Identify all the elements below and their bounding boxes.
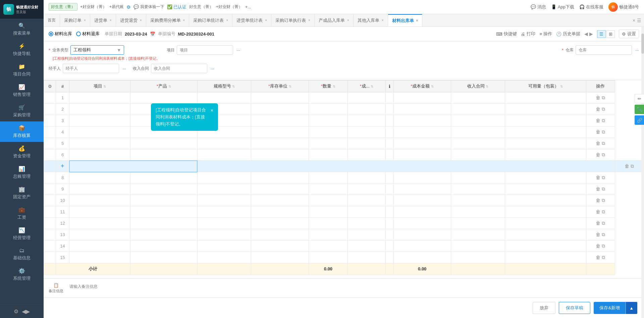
delete-row-4-btn[interactable]: 🗑 bbox=[596, 129, 600, 135]
row-qty-10[interactable] bbox=[309, 195, 348, 206]
row-item-9[interactable] bbox=[69, 183, 130, 195]
save-new-btn[interactable]: 保存&新增 bbox=[594, 302, 626, 314]
tab-close-goods-in-stat[interactable]: × bbox=[265, 18, 267, 22]
delete-row-10-btn[interactable]: 🗑 bbox=[596, 198, 600, 203]
row-available-1[interactable] bbox=[505, 92, 586, 104]
row-available-5[interactable] bbox=[505, 138, 586, 149]
row-available-4[interactable] bbox=[505, 126, 586, 138]
link-agent[interactable]: +易代账 bbox=[109, 4, 124, 10]
row-qty-3[interactable] bbox=[309, 115, 348, 126]
sidebar-item-shortcut[interactable]: ⚡ 快捷导航 bbox=[0, 40, 44, 60]
row-item-11[interactable] bbox=[69, 206, 130, 218]
row-cost-price-6[interactable] bbox=[348, 149, 385, 161]
operations-btn[interactable]: ≡ 操作 bbox=[539, 31, 552, 37]
row-cost-price-5[interactable] bbox=[348, 138, 385, 149]
copy-row-8-btn[interactable]: ⧉ bbox=[602, 175, 605, 180]
warehouse-more-btn[interactable]: ··· bbox=[635, 48, 639, 53]
row-unit-11[interactable] bbox=[251, 206, 309, 218]
row-product-11[interactable] bbox=[130, 206, 197, 218]
handler-more-btn[interactable]: ··· bbox=[122, 66, 126, 71]
row-item-8[interactable] bbox=[69, 172, 130, 183]
delete-row-7-btn[interactable]: 🗑 bbox=[625, 163, 629, 169]
row-item-12[interactable] bbox=[69, 218, 130, 229]
col-settings-btn[interactable]: ⚙ bbox=[44, 81, 56, 92]
save-new-arrow-btn[interactable]: ▲ bbox=[626, 302, 637, 314]
row-spec-10[interactable] bbox=[197, 195, 251, 206]
delete-row-13-btn[interactable]: 🗑 bbox=[596, 232, 600, 237]
row-qty-13[interactable] bbox=[309, 229, 348, 241]
row-cost-amount-3[interactable] bbox=[393, 115, 451, 126]
row-income-contract-11[interactable] bbox=[451, 206, 505, 218]
row-cost-price-13[interactable] bbox=[348, 229, 385, 241]
tab-purchase-expense[interactable]: 采购费用分摊单 × bbox=[146, 14, 190, 27]
income-contract-input[interactable] bbox=[151, 64, 207, 73]
row-cost-price-14[interactable] bbox=[348, 241, 385, 252]
delete-row-11-btn[interactable]: 🗑 bbox=[596, 209, 600, 215]
th-item[interactable]: 项目 ⇅ bbox=[69, 81, 130, 92]
row-product-12[interactable] bbox=[130, 218, 197, 229]
add-row-plus[interactable]: + bbox=[56, 161, 69, 172]
message-btn[interactable]: 💬 消息 bbox=[531, 4, 546, 10]
row-cost-amount-2[interactable] bbox=[393, 104, 451, 115]
row-unit-8[interactable] bbox=[251, 172, 309, 183]
tab-menu-btn[interactable]: ☰ bbox=[637, 18, 641, 23]
copy-row-2-btn[interactable]: ⧉ bbox=[602, 106, 605, 112]
row-spec-1[interactable] bbox=[197, 92, 251, 104]
sidebar-item-system[interactable]: ⚙️ 系统管理 bbox=[0, 264, 44, 285]
row-product-6[interactable] bbox=[130, 149, 197, 161]
tab-close-purchase-expense[interactable]: × bbox=[183, 18, 185, 22]
sidebar-item-ops[interactable]: 📉 经营管理 bbox=[0, 224, 44, 244]
row-available-14[interactable] bbox=[505, 241, 586, 252]
tab-home[interactable]: 首页 bbox=[44, 14, 60, 27]
tab-goods-return[interactable]: 进货退货 × bbox=[116, 14, 146, 27]
copy-row-1-btn[interactable]: ⧉ bbox=[602, 95, 605, 101]
tab-close-all-btn[interactable]: × bbox=[633, 18, 635, 23]
copy-row-10-btn[interactable]: ⧉ bbox=[602, 198, 605, 203]
history-btn[interactable]: 🕐 历史单据 bbox=[556, 31, 580, 37]
row-cost-price-2[interactable] bbox=[348, 104, 385, 115]
row-income-contract-12[interactable] bbox=[451, 218, 505, 229]
row-cost-amount-11[interactable] bbox=[393, 206, 451, 218]
project-input[interactable] bbox=[177, 45, 233, 55]
row-product-8[interactable] bbox=[130, 172, 197, 183]
row-item-2[interactable] bbox=[69, 104, 130, 115]
tab-purchase-order[interactable]: 采购订单 × bbox=[60, 14, 90, 27]
row-qty-12[interactable] bbox=[309, 218, 348, 229]
grid-view-btn[interactable]: ⊞ bbox=[606, 30, 615, 38]
row-unit-2[interactable] bbox=[251, 104, 309, 115]
th-cost-amount[interactable]: *成本金额 ⇅ bbox=[393, 81, 451, 92]
shortcut-key-btn[interactable]: ⌨ 快捷键 bbox=[496, 31, 517, 37]
tab-close-product-in[interactable]: × bbox=[347, 18, 349, 22]
try-link[interactable]: 💬 我要体验一下 bbox=[133, 4, 164, 10]
row-item-1[interactable] bbox=[69, 92, 130, 104]
abandon-btn[interactable]: 放弃 bbox=[533, 302, 555, 314]
add-row-input[interactable] bbox=[72, 164, 195, 169]
print-btn[interactable]: 🖨 打印 bbox=[521, 31, 535, 37]
row-income-contract-9[interactable] bbox=[451, 183, 505, 195]
radio-material-return[interactable]: 材料退库 bbox=[76, 31, 100, 37]
row-available-8[interactable] bbox=[505, 172, 586, 183]
delete-row-1-btn[interactable]: 🗑 bbox=[596, 95, 600, 101]
sidebar-item-payroll[interactable]: 💼 工资 bbox=[0, 203, 44, 224]
copy-row-11-btn[interactable]: ⧉ bbox=[602, 209, 605, 215]
row-income-contract-14[interactable] bbox=[451, 241, 505, 252]
row-available-2[interactable] bbox=[505, 104, 586, 115]
row-qty-11[interactable] bbox=[309, 206, 348, 218]
th-stock-unit[interactable]: *库存单位 ⇅ bbox=[251, 81, 309, 92]
tab-purchase-stat[interactable]: 采购订单统计表 × bbox=[189, 14, 232, 27]
right-panel-attach-btn[interactable]: 📎 bbox=[635, 105, 644, 114]
row-spec-13[interactable] bbox=[197, 229, 251, 241]
row-qty-2[interactable] bbox=[309, 104, 348, 115]
row-cost-price-12[interactable] bbox=[348, 218, 385, 229]
delete-row-9-btn[interactable]: 🗑 bbox=[596, 186, 600, 192]
row-product-10[interactable] bbox=[130, 195, 197, 206]
radio-material-out[interactable]: 材料出库 bbox=[49, 31, 72, 37]
delete-row-15-btn[interactable]: 🗑 bbox=[596, 255, 600, 260]
row-income-contract-1[interactable] bbox=[451, 92, 505, 104]
next-btn[interactable]: ▶ bbox=[589, 31, 593, 37]
prev-btn[interactable]: ◀ bbox=[584, 31, 588, 37]
copy-row-15-btn[interactable]: ⧉ bbox=[602, 255, 605, 260]
row-item-15[interactable] bbox=[69, 252, 130, 263]
income-contract-more-btn[interactable]: ··· bbox=[211, 66, 214, 71]
row-product-14[interactable] bbox=[130, 241, 197, 252]
